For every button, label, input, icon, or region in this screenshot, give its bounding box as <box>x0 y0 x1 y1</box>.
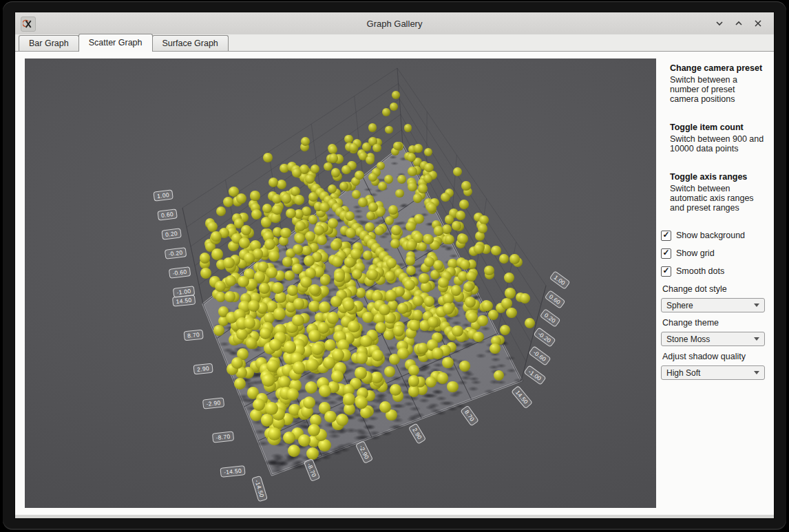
data-point[interactable] <box>460 259 470 270</box>
data-point[interactable] <box>211 248 222 259</box>
data-point[interactable] <box>298 434 311 447</box>
data-point[interactable] <box>418 184 428 193</box>
data-point[interactable] <box>434 226 444 236</box>
minimize-button[interactable] <box>712 16 727 31</box>
data-point[interactable] <box>300 277 312 288</box>
data-point[interactable] <box>406 222 415 231</box>
data-point[interactable] <box>287 285 298 296</box>
data-point[interactable] <box>273 308 285 319</box>
data-point[interactable] <box>332 256 343 267</box>
data-point[interactable] <box>474 244 484 254</box>
data-point[interactable] <box>408 182 417 191</box>
data-point[interactable] <box>360 335 372 348</box>
data-point[interactable] <box>458 234 468 244</box>
data-point[interactable] <box>407 153 416 162</box>
data-point[interactable] <box>343 393 355 405</box>
data-point[interactable] <box>250 191 260 200</box>
data-point[interactable] <box>244 253 255 264</box>
data-point[interactable] <box>304 255 315 266</box>
titlebar[interactable]: Graph Gallery <box>15 12 774 34</box>
data-point[interactable] <box>200 253 211 264</box>
data-point[interactable] <box>456 211 465 220</box>
data-point[interactable] <box>356 352 368 363</box>
data-point[interactable] <box>295 233 305 244</box>
data-point[interactable] <box>263 153 273 162</box>
data-point[interactable] <box>308 424 320 436</box>
close-button[interactable] <box>750 16 766 31</box>
data-point[interactable] <box>264 239 275 250</box>
data-point[interactable] <box>350 248 361 259</box>
data-point[interactable] <box>261 414 274 427</box>
data-point[interactable] <box>272 282 284 294</box>
data-point[interactable] <box>432 348 443 359</box>
scatter-3d-view[interactable]: -1.00-1.00-0.60-0.60-0.20-0.200.200.200.… <box>25 58 656 508</box>
tab-surface-graph[interactable]: Surface Graph <box>152 35 229 51</box>
data-point[interactable] <box>424 163 433 172</box>
data-point[interactable] <box>525 318 535 328</box>
data-point[interactable] <box>442 224 452 234</box>
tab-scatter-graph[interactable]: Scatter Graph <box>78 34 153 52</box>
theme-select[interactable]: Stone Moss <box>661 332 765 346</box>
data-point[interactable] <box>412 310 423 321</box>
data-point[interactable] <box>266 359 280 372</box>
data-point[interactable] <box>236 328 248 340</box>
data-point[interactable] <box>390 384 401 396</box>
data-point[interactable] <box>408 167 417 176</box>
data-point[interactable] <box>461 181 471 191</box>
data-point[interactable] <box>251 209 262 220</box>
data-point[interactable] <box>414 214 423 224</box>
data-point[interactable] <box>393 142 402 151</box>
data-point[interactable] <box>346 228 356 238</box>
data-point[interactable] <box>482 301 493 312</box>
data-point[interactable] <box>397 348 409 359</box>
data-point[interactable] <box>324 162 333 171</box>
checkbox-box[interactable]: ✓ <box>661 248 671 259</box>
data-point[interactable] <box>200 268 211 279</box>
data-point[interactable] <box>406 255 416 266</box>
data-point[interactable] <box>395 189 404 198</box>
data-point[interactable] <box>223 257 235 269</box>
data-point[interactable] <box>385 216 394 225</box>
data-point[interactable] <box>211 231 222 242</box>
shadow-quality-select[interactable]: High Soft <box>661 365 765 380</box>
data-point[interactable] <box>246 337 257 349</box>
data-point[interactable] <box>331 370 344 383</box>
data-point[interactable] <box>292 168 302 178</box>
data-point[interactable] <box>419 273 430 284</box>
data-point[interactable] <box>368 202 378 212</box>
data-point[interactable] <box>327 312 339 323</box>
data-point[interactable] <box>388 205 398 215</box>
data-point[interactable] <box>348 321 360 333</box>
data-point[interactable] <box>414 144 423 153</box>
checkbox-smooth-dots[interactable]: ✓ Smooth dots <box>661 266 778 276</box>
checkbox-box[interactable]: ✓ <box>661 231 671 241</box>
maximize-button[interactable] <box>731 16 746 31</box>
data-point[interactable] <box>358 198 368 207</box>
data-point[interactable] <box>382 108 390 116</box>
data-point[interactable] <box>317 235 327 246</box>
data-point[interactable] <box>404 124 412 132</box>
checkbox-box[interactable]: ✓ <box>661 266 671 277</box>
data-point[interactable] <box>442 357 453 368</box>
data-point[interactable] <box>302 246 312 256</box>
data-point[interactable] <box>372 144 381 153</box>
data-point[interactable] <box>261 217 271 227</box>
data-point[interactable] <box>466 271 476 281</box>
tab-bar-graph[interactable]: Bar Graph <box>19 35 79 51</box>
data-point[interactable] <box>248 300 260 312</box>
data-point[interactable] <box>473 332 484 343</box>
data-point[interactable] <box>345 211 355 221</box>
data-point[interactable] <box>223 197 233 207</box>
data-point[interactable] <box>355 171 364 180</box>
data-point[interactable] <box>306 359 318 371</box>
data-point[interactable] <box>413 193 423 203</box>
data-point[interactable] <box>443 303 454 315</box>
data-point[interactable] <box>412 295 423 306</box>
data-point[interactable] <box>265 402 278 415</box>
data-point[interactable] <box>467 312 478 323</box>
data-point[interactable] <box>459 200 469 209</box>
data-point[interactable] <box>278 376 291 388</box>
data-point[interactable] <box>465 297 476 308</box>
data-point[interactable] <box>393 325 405 337</box>
data-point[interactable] <box>293 298 304 309</box>
